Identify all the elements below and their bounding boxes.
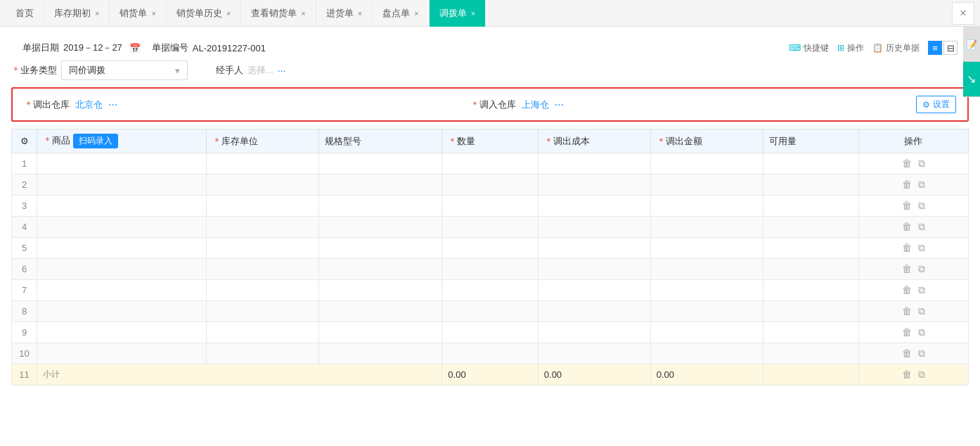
copy-icon-7[interactable]: ⧉: [918, 284, 925, 295]
amount-cell-8: [650, 301, 763, 322]
main-content: 单据日期 2019－12－27 📅 单据编号 AL-20191227-001 ⌨…: [0, 27, 980, 394]
copy-icon-5[interactable]: ⧉: [918, 242, 925, 253]
layout-toggle: ≡ ⊟: [928, 41, 958, 55]
delete-icon-7[interactable]: 🗑: [902, 284, 912, 295]
layout-list-button[interactable]: ≡: [928, 41, 942, 55]
transfer-in-more-button[interactable]: ···: [555, 98, 564, 111]
copy-icon-1[interactable]: ⧉: [918, 158, 925, 169]
qty-cell-4[interactable]: [442, 217, 538, 238]
delete-icon-6[interactable]: 🗑: [902, 263, 912, 274]
product-cell-9[interactable]: [37, 322, 207, 343]
product-cell-8[interactable]: [37, 301, 207, 322]
qty-cell-2[interactable]: [442, 174, 538, 196]
unit-cell-10: [207, 343, 319, 364]
scan-button[interactable]: 扫码录入: [73, 134, 118, 148]
qty-cell-7[interactable]: [442, 280, 538, 301]
tab-home[interactable]: 首页: [6, 0, 44, 27]
side-panel-link[interactable]: ↗: [963, 62, 980, 97]
product-cell-3[interactable]: [37, 196, 207, 217]
delete-icon-10[interactable]: 🗑: [902, 348, 912, 359]
ops-cell-10: 🗑 ⧉: [858, 343, 968, 364]
tab-transfer-order[interactable]: 调拨单 ×: [430, 0, 486, 27]
ops-cell-8: 🗑 ⧉: [858, 301, 968, 322]
row-num-9: 9: [12, 322, 37, 343]
copy-icon-2[interactable]: ⧉: [918, 179, 925, 190]
business-type-select[interactable]: 同价调拨 ▾: [61, 60, 188, 80]
product-cell-2[interactable]: [37, 174, 207, 196]
qty-cell-10[interactable]: [442, 343, 538, 364]
tab-transfer-order-close[interactable]: ×: [471, 9, 475, 18]
tab-sales-order[interactable]: 销货单 ×: [110, 0, 166, 27]
ops-cell-1: 🗑 ⧉: [858, 153, 968, 174]
history-button[interactable]: 📋 历史单据: [872, 42, 920, 54]
delete-icon[interactable]: 🗑: [902, 369, 912, 380]
product-cell-6[interactable]: [37, 259, 207, 280]
copy-icon-10[interactable]: ⧉: [918, 348, 925, 359]
tab-inventory-count-close[interactable]: ×: [414, 9, 418, 18]
unit-cell-6: [207, 259, 319, 280]
operations-label: 操作: [847, 42, 864, 54]
tab-inventory-init[interactable]: 库存期初 ×: [44, 0, 110, 27]
ops-cell-7: 🗑 ⧉: [858, 280, 968, 301]
settings-button[interactable]: ⚙ 设置: [916, 96, 956, 113]
copy-icon-4[interactable]: ⧉: [918, 221, 925, 232]
delete-icon-8[interactable]: 🗑: [902, 305, 912, 317]
subtotal-qty-cell: 0.00: [442, 364, 538, 386]
delete-icon-2[interactable]: 🗑: [902, 179, 912, 190]
copy-icon-3[interactable]: ⧉: [918, 200, 925, 211]
tab-view-sales[interactable]: 查看销货单 ×: [241, 0, 316, 27]
tab-purchase-order[interactable]: 进货单 ×: [316, 0, 373, 27]
delete-icon-5[interactable]: 🗑: [902, 242, 912, 253]
available-cell-10: [763, 343, 858, 364]
product-cell-10[interactable]: [37, 343, 207, 364]
col-unit-header: ＊库存单位: [207, 129, 319, 153]
row-num-1: 1: [12, 153, 37, 174]
person-select[interactable]: 选择...: [247, 64, 273, 77]
tab-inventory-count[interactable]: 盘点单 ×: [373, 0, 429, 27]
spec-cell-10: [318, 343, 441, 364]
tab-inventory-init-close[interactable]: ×: [95, 9, 99, 18]
delete-icon-1[interactable]: 🗑: [902, 158, 912, 169]
qty-cell-6[interactable]: [442, 259, 538, 280]
layout-grid-button[interactable]: ⊟: [943, 41, 958, 55]
tab-sales-history-close[interactable]: ×: [226, 9, 231, 18]
window-close-button[interactable]: ×: [952, 2, 974, 25]
date-value[interactable]: 2019－12－27: [63, 42, 122, 54]
tab-purchase-order-close[interactable]: ×: [358, 9, 362, 18]
row-num-7: 7: [12, 280, 37, 301]
spec-cell-7: [318, 280, 441, 301]
delete-icon-4[interactable]: 🗑: [902, 221, 912, 232]
copy-icon-8[interactable]: ⧉: [918, 305, 925, 317]
product-cell-7[interactable]: [37, 280, 207, 301]
copy-icon-6[interactable]: ⧉: [918, 263, 925, 274]
cost-cell-3: [538, 196, 650, 217]
person-more-button[interactable]: ···: [278, 65, 286, 76]
qty-cell-3[interactable]: [442, 196, 538, 217]
calendar-icon[interactable]: 📅: [129, 43, 141, 53]
qty-cell-9[interactable]: [442, 322, 538, 343]
side-panel-notes[interactable]: 📝: [963, 27, 980, 62]
shortcuts-button[interactable]: ⌨ 快捷键: [789, 42, 829, 54]
shortcuts-label: 快捷键: [804, 42, 829, 54]
operations-button[interactable]: ⊞ 操作: [837, 42, 864, 54]
unit-cell-2: [207, 174, 319, 196]
copy-icon[interactable]: ⧉: [918, 369, 925, 380]
delete-icon-3[interactable]: 🗑: [902, 200, 912, 211]
qty-cell-1[interactable]: [442, 153, 538, 174]
transfer-out-value[interactable]: 北京仓: [75, 98, 103, 111]
tab-view-sales-close[interactable]: ×: [301, 9, 305, 18]
qty-cell-5[interactable]: [442, 238, 538, 259]
col-settings-header[interactable]: ⚙: [12, 129, 37, 153]
qty-cell-8[interactable]: [442, 301, 538, 322]
tab-sales-history[interactable]: 销货单历史 ×: [167, 0, 241, 27]
transfer-out-more-button[interactable]: ···: [108, 98, 117, 111]
product-cell-1[interactable]: [37, 153, 207, 174]
warehouse-selection-box: ＊调出仓库 北京仓 ··· ＊调入仓库 上海仓 ··· ⚙ 设置: [11, 87, 969, 122]
product-cell-4[interactable]: [37, 217, 207, 238]
ops-cell-3: 🗑 ⧉: [858, 196, 968, 217]
tab-sales-order-close[interactable]: ×: [151, 9, 155, 18]
delete-icon-9[interactable]: 🗑: [902, 326, 912, 338]
product-cell-5[interactable]: [37, 238, 207, 259]
copy-icon-9[interactable]: ⧉: [918, 326, 925, 338]
transfer-in-value[interactable]: 上海仓: [522, 98, 549, 111]
